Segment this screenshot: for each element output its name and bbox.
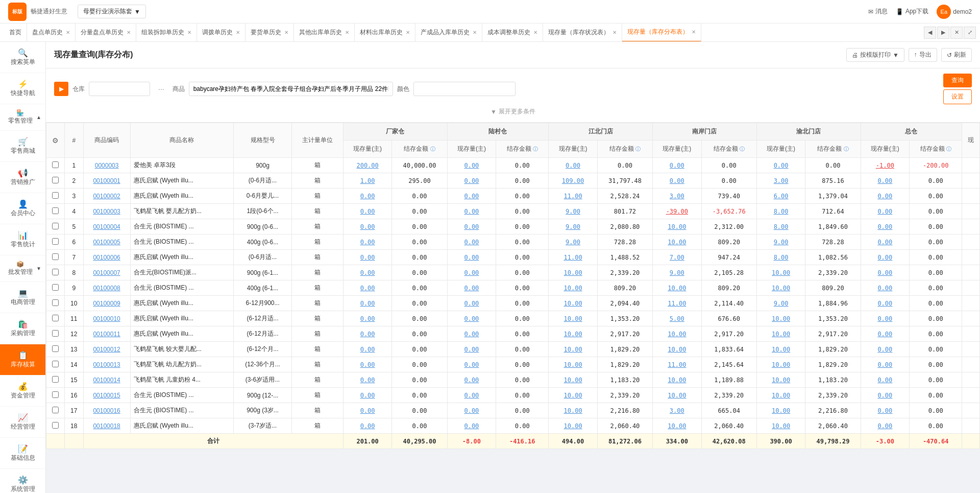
row-total-qty[interactable]: 0.00 xyxy=(861,311,910,326)
sidebar-item-quicknav[interactable]: ⚡ 快捷导航 xyxy=(0,73,45,104)
row-code[interactable]: 00100014 xyxy=(83,372,130,388)
row-code[interactable]: 00100005 xyxy=(83,234,130,250)
row-factory-qty[interactable]: 0.00 xyxy=(343,357,392,372)
warehouse-input[interactable] xyxy=(89,82,150,96)
row-yubei-qty[interactable]: 10.00 xyxy=(756,265,805,280)
row-total-qty[interactable]: -1.00 xyxy=(861,158,910,173)
row-factory-qty[interactable]: 0.00 xyxy=(343,219,392,234)
sidebar-item-retail-mgmt[interactable]: 🏪 零售管理 ▲ xyxy=(0,104,45,131)
row-checkbox[interactable] xyxy=(46,357,65,372)
row-checkbox[interactable] xyxy=(46,234,65,250)
color-input[interactable] xyxy=(413,82,516,96)
row-total-qty[interactable]: 0.00 xyxy=(861,265,910,280)
nav-tab-4[interactable]: 要货单历史 ✕ xyxy=(246,24,294,42)
row-lucun-qty[interactable]: 0.00 xyxy=(447,219,496,234)
search-button[interactable]: 查询 xyxy=(943,74,972,87)
row-factory-qty[interactable]: 0.00 xyxy=(343,280,392,296)
row-total-qty[interactable]: 0.00 xyxy=(861,234,910,250)
industry-selector[interactable]: 母婴行业演示陈套 ▼ xyxy=(78,5,146,18)
sidebar-item-purchase[interactable]: 🛍️ 采购管理 xyxy=(0,313,45,344)
row-factory-qty[interactable]: 0.00 xyxy=(343,189,392,204)
print-button[interactable]: 🖨 按模版打印 ▼ xyxy=(846,48,904,62)
row-lucun-qty[interactable]: 0.00 xyxy=(447,342,496,357)
row-total-qty[interactable]: 0.00 xyxy=(861,219,910,234)
user-profile[interactable]: Ea demo2 xyxy=(937,5,972,19)
row-checkbox[interactable] xyxy=(46,204,65,219)
row-checkbox[interactable] xyxy=(46,403,65,418)
row-lucun-qty[interactable]: 0.00 xyxy=(447,173,496,189)
row-nanan-qty[interactable]: 9.00 xyxy=(653,265,702,280)
expand-conditions-btn[interactable]: ▼ 展开更多条件 xyxy=(491,107,535,116)
row-lucun-qty[interactable]: 0.00 xyxy=(447,388,496,403)
row-checkbox[interactable] xyxy=(46,388,65,403)
nav-tab-0-close[interactable]: ✕ xyxy=(66,30,70,35)
row-factory-qty[interactable]: 0.00 xyxy=(343,204,392,219)
nav-tab-6[interactable]: 材料出库单历史 ✕ xyxy=(355,24,415,42)
row-total-qty[interactable]: 0.00 xyxy=(861,250,910,265)
nav-tab-8-close[interactable]: ✕ xyxy=(533,30,537,35)
row-total-qty[interactable]: 0.00 xyxy=(861,342,910,357)
row-yubei-qty[interactable]: 10.00 xyxy=(756,403,805,418)
row-code[interactable]: 00100004 xyxy=(83,219,130,234)
row-jiangbei-qty[interactable]: 10.00 xyxy=(549,418,598,434)
refresh-button[interactable]: ↺ 刷新 xyxy=(941,48,972,62)
row-nanan-qty[interactable]: 7.00 xyxy=(653,250,702,265)
row-code[interactable]: 00100016 xyxy=(83,403,130,418)
row-factory-qty[interactable]: 0.00 xyxy=(343,388,392,403)
row-yubei-qty[interactable]: 9.00 xyxy=(756,296,805,311)
nav-tab-6-close[interactable]: ✕ xyxy=(406,30,410,35)
row-total-qty[interactable]: 0.00 xyxy=(861,326,910,342)
row-jiangbei-qty[interactable]: 10.00 xyxy=(549,403,598,418)
nav-close-btn[interactable]: ✕ xyxy=(950,27,963,39)
sidebar-item-members[interactable]: 👤 会员中心 xyxy=(0,193,45,224)
row-factory-qty[interactable]: 0.00 xyxy=(343,265,392,280)
row-code[interactable]: 00100006 xyxy=(83,250,130,265)
row-code[interactable]: 00100010 xyxy=(83,311,130,326)
row-factory-qty[interactable]: 0.00 xyxy=(343,326,392,342)
setting-button[interactable]: 设置 xyxy=(943,89,972,104)
nav-tab-1[interactable]: 分量盘点单历史 ✕ xyxy=(76,24,136,42)
row-code[interactable]: 00100015 xyxy=(83,388,130,403)
row-nanan-qty[interactable]: 10.00 xyxy=(653,388,702,403)
row-jiangbei-qty[interactable]: 109.00 xyxy=(549,173,598,189)
row-factory-qty[interactable]: 0.00 xyxy=(343,418,392,434)
row-nanan-qty[interactable]: 3.00 xyxy=(653,403,702,418)
row-factory-qty[interactable]: 0.00 xyxy=(343,342,392,357)
nav-tab-4-close[interactable]: ✕ xyxy=(284,30,288,35)
row-factory-qty[interactable]: 200.00 xyxy=(343,158,392,173)
row-jiangbei-qty[interactable]: 10.00 xyxy=(549,388,598,403)
row-code[interactable]: 00100012 xyxy=(83,342,130,357)
row-checkbox[interactable] xyxy=(46,219,65,234)
export-button[interactable]: ↓ 导出 xyxy=(909,48,937,62)
row-code[interactable]: 00100013 xyxy=(83,357,130,372)
row-factory-qty[interactable]: 0.00 xyxy=(343,403,392,418)
nav-tab-1-close[interactable]: ✕ xyxy=(127,30,131,35)
row-checkbox[interactable] xyxy=(46,250,65,265)
row-lucun-qty[interactable]: 0.00 xyxy=(447,204,496,219)
row-jiangbei-qty[interactable]: 10.00 xyxy=(549,372,598,388)
sidebar-item-finance[interactable]: 💰 资金管理 xyxy=(0,375,45,407)
row-lucun-qty[interactable]: 0.00 xyxy=(447,296,496,311)
row-nanan-qty[interactable]: 11.00 xyxy=(653,296,702,311)
row-checkbox[interactable] xyxy=(46,418,65,434)
row-jiangbei-qty[interactable]: 9.00 xyxy=(549,219,598,234)
row-total-qty[interactable]: 0.00 xyxy=(861,357,910,372)
row-lucun-qty[interactable]: 0.00 xyxy=(447,357,496,372)
row-code[interactable]: 00100003 xyxy=(83,204,130,219)
goods-input[interactable] xyxy=(189,82,393,96)
row-yubei-qty[interactable]: 8.00 xyxy=(756,250,805,265)
row-yubei-qty[interactable]: 10.00 xyxy=(756,311,805,326)
nav-tab-8[interactable]: 成本调整单历史 ✕ xyxy=(482,24,543,42)
row-yubei-qty[interactable]: 10.00 xyxy=(756,342,805,357)
row-lucun-qty[interactable]: 0.00 xyxy=(447,372,496,388)
row-code[interactable]: 00100009 xyxy=(83,296,130,311)
nav-tab-9-close[interactable]: ✕ xyxy=(612,30,617,35)
row-factory-qty[interactable]: 0.00 xyxy=(343,234,392,250)
row-yubei-qty[interactable]: 10.00 xyxy=(756,388,805,403)
row-nanan-qty[interactable]: 10.00 xyxy=(653,219,702,234)
nav-tab-10-close[interactable]: ✕ xyxy=(692,29,696,35)
nav-expand-btn[interactable]: ⤢ xyxy=(964,27,976,39)
row-jiangbei-qty[interactable]: 10.00 xyxy=(549,265,598,280)
row-yubei-qty[interactable]: 9.00 xyxy=(756,234,805,250)
row-total-qty[interactable]: 0.00 xyxy=(861,189,910,204)
